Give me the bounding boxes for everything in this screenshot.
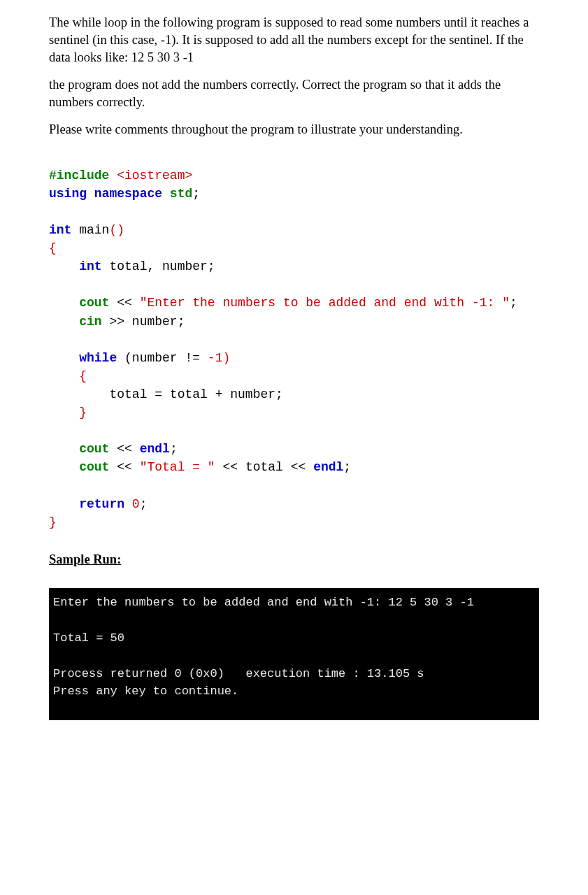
code-indent <box>49 259 79 273</box>
code-main: main <box>71 223 109 237</box>
code-total-assign: total = total + number; <box>109 387 282 401</box>
code-zero: 0 <box>124 497 140 511</box>
problem-paragraph-1: The while loop in the following program … <box>49 14 539 66</box>
code-block: #include <iostream> using namespace std;… <box>49 166 539 531</box>
code-semicolon: ; <box>140 497 148 511</box>
code-indent <box>49 497 79 511</box>
terminal-line-1: Enter the numbers to be added and end wi… <box>53 596 474 609</box>
code-int: int <box>49 223 71 237</box>
code-cout: cout <box>79 442 109 456</box>
code-lbrace: { <box>79 369 87 383</box>
code-indent <box>49 460 79 474</box>
code-indent <box>49 351 79 365</box>
code-using: using <box>49 187 87 201</box>
sample-run-heading: Sample Run: <box>49 552 539 567</box>
code-string-total: "Total = " <box>140 460 215 474</box>
terminal-line-6: Press any key to continue. <box>53 685 238 698</box>
code-rbrace: } <box>49 515 57 529</box>
code-lbrace: { <box>49 241 57 255</box>
code-indent <box>49 442 79 456</box>
code-space <box>87 187 94 201</box>
code-number: number; <box>132 315 185 329</box>
problem-paragraph-2: the program does not add the numbers cor… <box>49 76 539 111</box>
code-space <box>162 187 170 201</box>
code-while: while <box>79 351 117 365</box>
code-rparen: ) <box>117 223 124 237</box>
code-indent <box>49 315 79 329</box>
code-cout: cout <box>79 460 109 474</box>
code-indent <box>49 406 79 420</box>
code-indent <box>49 296 79 310</box>
code-indent <box>49 387 109 401</box>
code-neg1: -1 <box>208 351 223 365</box>
code-endl: endl <box>313 460 343 474</box>
code-include: #include <box>49 169 117 182</box>
code-lshift: << <box>109 460 139 474</box>
code-endl: endl <box>140 442 170 456</box>
code-rshift: >> <box>102 315 132 329</box>
code-lshift: << <box>109 296 139 310</box>
code-cond-close: ) <box>222 351 230 365</box>
code-return: return <box>79 497 124 511</box>
code-semicolon: ; <box>343 460 351 474</box>
code-total-id: << total << <box>215 460 313 474</box>
code-int: int <box>79 259 101 273</box>
code-cond-open: (number != <box>117 351 208 365</box>
code-namespace: namespace <box>94 187 162 201</box>
code-cin: cin <box>79 315 101 329</box>
code-rbrace: } <box>79 406 87 420</box>
terminal-output: Enter the numbers to be added and end wi… <box>49 588 539 720</box>
terminal-line-5: Process returned 0 (0x0) execution time … <box>53 667 424 680</box>
problem-paragraph-3: Please write comments throughout the pro… <box>49 121 539 138</box>
code-semicolon: ; <box>192 187 200 201</box>
code-std: std <box>170 187 192 201</box>
code-string-prompt: "Enter the numbers to be added and end w… <box>140 296 510 310</box>
code-lshift: << <box>109 442 139 456</box>
code-include-lib: <iostream> <box>117 169 192 182</box>
terminal-line-3: Total = 50 <box>53 631 124 645</box>
code-vars: total, number; <box>102 259 215 273</box>
code-semicolon: ; <box>170 442 178 456</box>
code-indent <box>49 369 79 383</box>
code-cout: cout <box>79 296 109 310</box>
code-semicolon: ; <box>510 296 517 310</box>
code-lparen: ( <box>109 223 117 237</box>
